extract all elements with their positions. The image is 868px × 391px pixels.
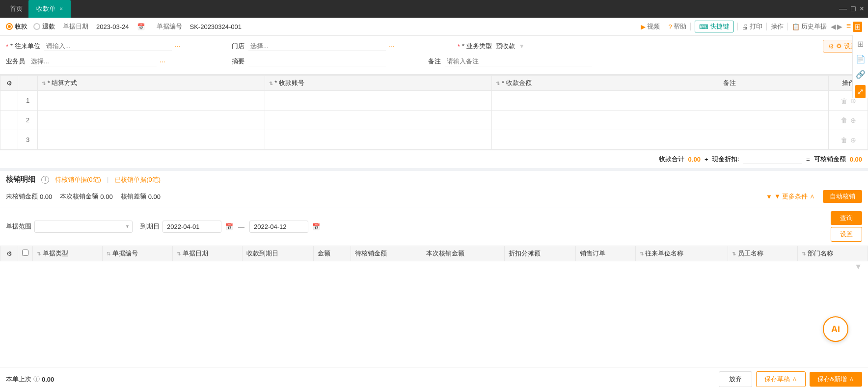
operation-label: 操作 xyxy=(771,22,784,31)
remark-input[interactable] xyxy=(445,56,592,66)
delete-icon-3[interactable]: 🗑 xyxy=(841,136,847,144)
row-remark-2[interactable] xyxy=(719,111,829,130)
copy-icon-2[interactable]: ⊕ xyxy=(850,116,856,124)
bottom-col-checkbox[interactable] xyxy=(18,246,33,261)
doc-icon[interactable]: 📄 xyxy=(856,55,866,64)
prev-arrow-icon[interactable]: ◀ xyxy=(831,23,836,30)
radio-receipt[interactable]: 收款 xyxy=(6,22,27,31)
home-tab[interactable]: 首页 xyxy=(4,4,28,13)
partner-input[interactable] xyxy=(44,41,172,51)
help-label: 帮助 xyxy=(674,22,686,31)
sort-icon-account: ⇅ xyxy=(269,81,273,86)
row-account-2[interactable] xyxy=(265,111,492,130)
video-action[interactable]: ▶ 视频 xyxy=(641,22,660,31)
tab-close-icon[interactable]: × xyxy=(59,5,63,12)
summary-input[interactable] xyxy=(248,56,386,66)
due-date-to-input[interactable] xyxy=(249,221,308,233)
due-date-from-input[interactable] xyxy=(163,221,221,233)
row-gear-3 xyxy=(0,130,18,150)
row-remark-1[interactable] xyxy=(719,91,829,111)
discard-btn[interactable]: 放弃 xyxy=(719,371,752,387)
form-body: * * 往来单位 ··· 门店 ··· * * 业务类型 预收款 ▼ ⚙ ⚙ xyxy=(0,36,868,75)
pending-tab[interactable]: 待核销单据(0笔) xyxy=(55,175,101,184)
row-settle-3[interactable] xyxy=(38,130,265,150)
history-action[interactable]: 📋 历史单据 xyxy=(792,22,827,31)
range-label: 单据范围 xyxy=(6,222,31,231)
col-settle-header: ⇅ * 结算方式 xyxy=(38,76,265,91)
row-account-3[interactable] xyxy=(265,130,492,150)
window-close-icon[interactable]: × xyxy=(860,4,864,13)
next-arrow-icon[interactable]: ▶ xyxy=(837,23,842,30)
window-min-icon[interactable]: — xyxy=(839,4,847,13)
print-action[interactable]: 🖨 打印 xyxy=(742,22,762,31)
ai-button[interactable]: Ai xyxy=(823,316,848,342)
col-num-header xyxy=(18,76,38,91)
shortcut-btn[interactable]: ⌨ 快捷键 xyxy=(695,21,733,32)
divider-1 xyxy=(664,23,664,30)
nav-arrows: ◀ ▶ xyxy=(831,23,842,30)
row-settle-2[interactable] xyxy=(38,111,265,130)
table-icon[interactable]: ⊞ xyxy=(857,39,864,49)
unreconciled-value: 0.00 xyxy=(40,193,52,200)
video-label: 视频 xyxy=(647,22,660,31)
more-conditions-btn[interactable]: ▼ ▼ 更多条件 ∧ xyxy=(766,192,815,201)
row-amount-3[interactable] xyxy=(492,130,719,150)
query-btn[interactable]: 查询 xyxy=(831,211,862,225)
divider-3 xyxy=(737,23,738,30)
no-label: 单据编号 xyxy=(157,22,182,31)
row-settle-1[interactable] xyxy=(38,91,265,111)
draft-btn[interactable]: 保存草稿 ∧ xyxy=(756,371,806,387)
history-label: 历史单据 xyxy=(801,22,827,31)
link-icon[interactable]: 🔗 xyxy=(856,70,866,79)
save-btn[interactable]: 保存&新增 ∧ xyxy=(810,372,862,387)
discount-input[interactable] xyxy=(743,154,802,164)
staff-more-btn[interactable]: ··· xyxy=(160,57,165,65)
sort-icon-amount: ⇅ xyxy=(496,81,500,86)
cal-to-icon[interactable]: 📅 xyxy=(312,223,320,230)
filter-row: 单据范围 到期日 📅 — 📅 查询 设置 xyxy=(0,207,868,246)
radio-refund-label: 退款 xyxy=(42,22,55,31)
save-label: 保存&新增 ∧ xyxy=(817,375,854,384)
shop-more-btn[interactable]: ··· xyxy=(389,42,395,50)
biz-type-field: * * 业务类型 预收款 ▼ ⚙ ⚙ 设置 xyxy=(458,40,862,53)
auto-writeoff-btn[interactable]: 自动核销 xyxy=(823,190,862,203)
writeoff-info-icon[interactable]: i xyxy=(41,176,49,184)
shop-input[interactable] xyxy=(248,41,386,51)
select-all-checkbox[interactable] xyxy=(22,250,28,256)
range-select[interactable] xyxy=(34,221,133,233)
bottom-col-gear[interactable]: ⚙ xyxy=(0,246,18,261)
grid-view-icon[interactable]: ⊞ xyxy=(853,22,862,32)
row-amount-2[interactable] xyxy=(492,111,719,130)
next-value: 0.00 xyxy=(42,376,54,383)
calendar-icon[interactable]: 📅 xyxy=(137,23,145,30)
staff-input[interactable] xyxy=(29,56,157,66)
scroll-down-icon[interactable]: ▼ xyxy=(854,262,862,271)
list-view-icon[interactable]: ≡ xyxy=(846,22,851,32)
done-tab[interactable]: 已核销单据(0笔) xyxy=(114,175,161,184)
operation-action[interactable]: 操作 xyxy=(771,22,784,31)
cal-from-icon[interactable]: 📅 xyxy=(225,223,233,230)
receipt-table: ⚙ ⇅ * 结算方式 ⇅ * 收款账号 ⇅ * 收款金额 xyxy=(0,75,868,150)
row-amount-1[interactable] xyxy=(492,91,719,111)
row-remark-3[interactable] xyxy=(719,130,829,150)
required-star-biz: * xyxy=(458,43,460,50)
receipt-tab[interactable]: 收款单 × xyxy=(28,0,71,18)
delete-icon-1[interactable]: 🗑 xyxy=(841,97,847,105)
info-icon-bottom[interactable]: ⓘ xyxy=(33,375,40,384)
next-label: 本单上次 xyxy=(6,375,31,384)
required-star-partner: * xyxy=(6,43,8,50)
bottom-col-date: ⇅ 单据日期 xyxy=(172,246,242,261)
col-gear[interactable]: ⚙ xyxy=(0,76,18,91)
expand-icon[interactable]: ⤢ xyxy=(855,85,866,98)
sort-icon-settle: ⇅ xyxy=(42,81,46,86)
radio-refund[interactable]: 退款 xyxy=(33,22,55,31)
copy-icon-3[interactable]: ⊕ xyxy=(850,136,856,144)
filter-set-btn[interactable]: 设置 xyxy=(831,227,862,242)
partner-more-btn[interactable]: ··· xyxy=(175,42,181,50)
delete-icon-2[interactable]: 🗑 xyxy=(841,116,847,124)
help-action[interactable]: ? 帮助 xyxy=(668,22,686,31)
biz-type-dropdown-icon[interactable]: ▼ xyxy=(519,43,525,50)
row-account-1[interactable] xyxy=(265,91,492,111)
range-select-wrapper xyxy=(34,221,133,233)
window-max-icon[interactable]: □ xyxy=(851,4,856,13)
